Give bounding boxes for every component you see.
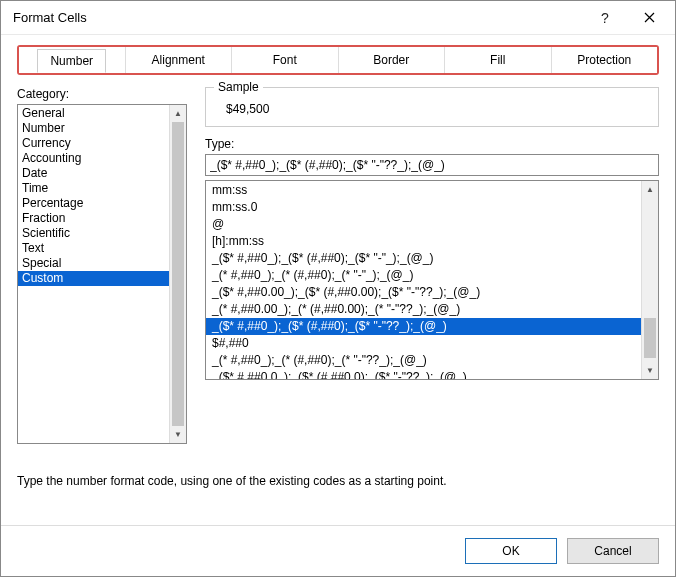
category-item[interactable]: Accounting — [18, 151, 186, 166]
type-item[interactable]: @ — [206, 216, 658, 233]
type-item[interactable]: mm:ss — [206, 182, 658, 199]
dialog-body: NumberAlignmentFontBorderFillProtection … — [1, 35, 675, 525]
category-item[interactable]: Time — [18, 181, 186, 196]
category-item[interactable]: Custom — [18, 271, 186, 286]
scroll-up-icon[interactable]: ▲ — [170, 105, 186, 122]
scroll-down-icon[interactable]: ▼ — [642, 362, 658, 379]
tab-border[interactable]: Border — [339, 47, 446, 73]
tab-number[interactable]: Number — [19, 47, 126, 73]
category-item[interactable]: Date — [18, 166, 186, 181]
dialog-footer: OK Cancel — [1, 525, 675, 576]
category-item[interactable]: General — [18, 106, 186, 121]
close-button[interactable] — [627, 3, 671, 33]
type-item[interactable]: _($* #,##0.00_);_($* (#,##0.00);_($* "-"… — [206, 284, 658, 301]
tab-label: Fill — [478, 49, 517, 71]
category-item[interactable]: Text — [18, 241, 186, 256]
type-item[interactable]: mm:ss.0 — [206, 199, 658, 216]
type-scrollbar[interactable]: ▲ ▼ — [641, 181, 658, 379]
tab-label: Protection — [565, 49, 643, 71]
tab-label: Border — [361, 49, 421, 71]
scroll-down-icon[interactable]: ▼ — [170, 426, 186, 443]
type-label: Type: — [205, 137, 659, 151]
category-item[interactable]: Scientific — [18, 226, 186, 241]
close-icon — [644, 12, 655, 23]
category-scrollbar[interactable]: ▲ ▼ — [169, 105, 186, 443]
ok-button[interactable]: OK — [465, 538, 557, 564]
type-item[interactable]: _(* #,##0_);_(* (#,##0);_(* "-"??_);_(@_… — [206, 352, 658, 369]
hint-text: Type the number format code, using one o… — [17, 474, 659, 488]
type-item[interactable]: _($* #,##0_);_($* (#,##0);_($* "-"_);_(@… — [206, 250, 658, 267]
category-item[interactable]: Currency — [18, 136, 186, 151]
category-item[interactable]: Number — [18, 121, 186, 136]
window-title: Format Cells — [13, 10, 583, 25]
type-item[interactable]: _($* #,##0_);_($* (#,##0);_($* "-"??_);_… — [206, 318, 658, 335]
cancel-button[interactable]: Cancel — [567, 538, 659, 564]
tab-label: Number — [37, 49, 106, 73]
sample-group: Sample $49,500 — [205, 87, 659, 127]
tab-protection[interactable]: Protection — [552, 47, 658, 73]
format-cells-dialog: Format Cells ? NumberAlignmentFontBorder… — [0, 0, 676, 577]
tab-content-number: Category: GeneralNumberCurrencyAccountin… — [17, 87, 659, 517]
type-item[interactable]: _(* #,##0_);_(* (#,##0);_(* "-"_);_(@_) — [206, 267, 658, 284]
tab-fill[interactable]: Fill — [445, 47, 552, 73]
tab-label: Alignment — [140, 49, 217, 71]
sample-value: $49,500 — [218, 102, 646, 116]
sample-label: Sample — [214, 80, 263, 94]
category-item[interactable]: Special — [18, 256, 186, 271]
tab-font[interactable]: Font — [232, 47, 339, 73]
category-label: Category: — [17, 87, 187, 101]
category-item[interactable]: Fraction — [18, 211, 186, 226]
type-item[interactable]: [h]:mm:ss — [206, 233, 658, 250]
tab-label: Font — [261, 49, 309, 71]
category-item[interactable]: Percentage — [18, 196, 186, 211]
titlebar: Format Cells ? — [1, 1, 675, 35]
type-item[interactable]: $#,##0 — [206, 335, 658, 352]
type-item[interactable]: _(* #,##0.00_);_(* (#,##0.00);_(* "-"??_… — [206, 301, 658, 318]
category-listbox[interactable]: GeneralNumberCurrencyAccountingDateTimeP… — [17, 104, 187, 444]
type-listbox[interactable]: mm:ssmm:ss.0@[h]:mm:ss_($* #,##0_);_($* … — [205, 180, 659, 380]
scroll-up-icon[interactable]: ▲ — [642, 181, 658, 198]
tabs: NumberAlignmentFontBorderFillProtection — [17, 45, 659, 75]
help-button[interactable]: ? — [583, 3, 627, 33]
type-item[interactable]: _($* #,##0.0_);_($* (#,##0.0);_($* "-"??… — [206, 369, 658, 380]
type-input[interactable] — [205, 154, 659, 176]
tab-alignment[interactable]: Alignment — [126, 47, 233, 73]
